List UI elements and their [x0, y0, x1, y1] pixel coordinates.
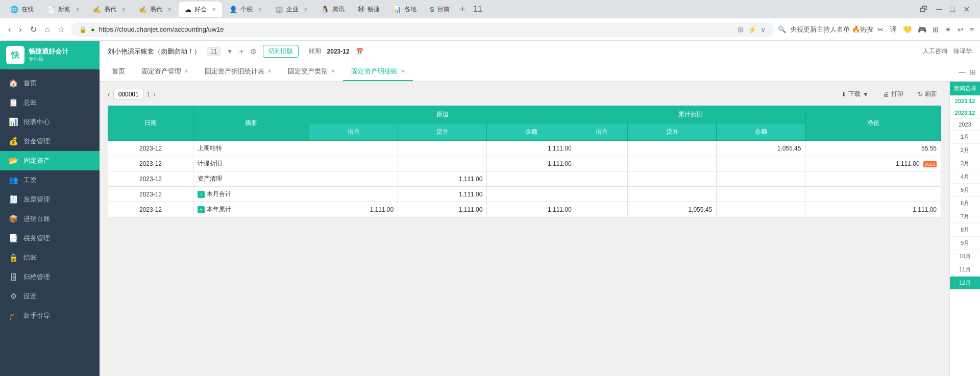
tab-expand-icon[interactable]: ⊞ — [970, 68, 976, 76]
sidebar-item-inventory[interactable]: 📦 进销台账 — [0, 209, 100, 229]
browser-tab-muqian[interactable]: S 目前 — [424, 2, 456, 17]
restore-window-button[interactable]: 🗗 — [920, 5, 928, 14]
add-account-button[interactable]: + — [239, 47, 243, 56]
search-box[interactable]: 🔍 央视更新主持人名单 🔥热搜 — [778, 25, 873, 34]
close-icon[interactable]: ✕ — [304, 7, 308, 12]
grid-icon[interactable]: ⊞ — [933, 26, 939, 34]
close-icon[interactable]: ✕ — [258, 7, 262, 12]
period-selected-end[interactable]: 2023.12 — [950, 107, 980, 119]
tab-close-icon[interactable]: ✕ — [184, 68, 188, 74]
sidebar-item-report[interactable]: 📊 报表中心 — [0, 112, 100, 132]
col-orig-debit: 借方 — [309, 123, 398, 141]
undo-icon[interactable]: ↩ — [958, 26, 964, 34]
tab-home[interactable]: 首页 — [104, 63, 133, 81]
dropdown-icon[interactable]: ▼ — [227, 48, 233, 55]
refresh-icon: ↻ — [918, 91, 923, 98]
url-input-box[interactable]: 🔒 ● https://cloud.chanjet.com/accounting… — [71, 22, 774, 37]
cell-orig-debit — [309, 156, 398, 171]
browser-tab-online[interactable]: 🌐 在线 — [4, 2, 40, 17]
period-item-year[interactable]: 2023 — [950, 119, 980, 131]
sidebar-item-archive[interactable]: 🗄 归档管理 — [0, 267, 100, 287]
sidebar-item-close[interactable]: 🔒 结账 — [0, 248, 100, 267]
sidebar-item-salary[interactable]: 👥 工资 — [0, 170, 100, 190]
browser-tab-tengxun[interactable]: 🐧 腾讯 — [315, 2, 351, 17]
browser-tab-new[interactable]: 📄 新账 ✕ — [41, 2, 86, 17]
period-item-apr[interactable]: 4月 — [950, 170, 980, 184]
period-item-dec[interactable]: 12月 — [950, 277, 980, 290]
tab-asset-detail-ledger[interactable]: 固定资产明细账 ✕ — [343, 63, 413, 81]
period-item-nov[interactable]: 11月 — [950, 263, 980, 277]
browser-tab-changjie[interactable]: Ⓜ 畅捷 — [352, 2, 386, 17]
next-page-button[interactable]: › — [153, 90, 156, 98]
period-item-jun[interactable]: 6月 — [950, 197, 980, 210]
minimize-button[interactable]: ─ — [936, 5, 942, 14]
period-item-oct[interactable]: 10月 — [950, 250, 980, 263]
close-icon[interactable]: ✕ — [167, 7, 172, 12]
sidebar-item-guide[interactable]: 🎓 新手引导 — [0, 306, 100, 325]
sidebar-label-home: 首页 — [23, 79, 37, 88]
close-window-button[interactable]: ✕ — [963, 5, 970, 14]
cell-dep-credit — [627, 141, 716, 156]
period-item-jan[interactable]: 1月 — [950, 131, 980, 144]
browser-tab-yidai2[interactable]: ✍ 易代 ✕ — [133, 2, 178, 17]
sidebar-item-home[interactable]: 🏠 首页 — [0, 73, 100, 93]
tab-fixed-asset-management[interactable]: 固定资产管理 ✕ — [133, 63, 197, 81]
prev-page-button[interactable]: ‹ — [108, 90, 110, 98]
tab-minimize-icon[interactable]: — — [959, 68, 966, 76]
col-orig-balance: 余额 — [487, 123, 576, 141]
period-item-feb[interactable]: 2月 — [950, 144, 980, 157]
print-button[interactable]: 🖨 打印 — [879, 88, 908, 101]
toolbar: ‹ 000001 1 › ⬇ 下载 ▼ 🖨 打印 — [108, 88, 941, 101]
period-item-may[interactable]: 5月 — [950, 184, 980, 197]
page-number-input[interactable]: 000001 — [113, 89, 144, 100]
browser-tab-gedi[interactable]: 📊 各地 — [387, 2, 423, 17]
browser-tab-yidai1[interactable]: ✍ 易代 ✕ — [87, 2, 132, 17]
period-item-sep[interactable]: 9月 — [950, 237, 980, 250]
sidebar-item-tax[interactable]: 📑 税务管理 — [0, 229, 100, 248]
tab-asset-category[interactable]: 固定资产类别 ✕ — [280, 63, 343, 81]
download-button[interactable]: ⬇ 下载 ▼ — [837, 88, 873, 101]
sidebar-item-fixed-assets[interactable]: 📂 固定资产 — [0, 151, 100, 170]
consult-button[interactable]: 人工咨询 — [923, 47, 947, 56]
menu-icon[interactable]: ≡ — [970, 26, 974, 34]
sidebar-item-funds[interactable]: 💰 资金管理 — [0, 132, 100, 151]
settings-account-button[interactable]: ⚙ — [250, 47, 257, 56]
browser-tab-haokuai[interactable]: ☁ 好会 ✕ — [179, 2, 222, 17]
bookmark-button[interactable]: ☆ — [56, 22, 67, 36]
user-button[interactable]: 徐译华 — [953, 47, 972, 56]
new-tab-button[interactable]: + — [457, 4, 469, 15]
game-icon[interactable]: 🎮 — [918, 26, 926, 34]
url-expand-icon[interactable]: ∨ — [761, 26, 766, 34]
url-dropdown-icon[interactable]: ⊞ — [738, 26, 744, 34]
home-button[interactable]: ⌂ — [43, 23, 52, 36]
period-item-mar[interactable]: 3月 — [950, 157, 980, 170]
period-item-aug[interactable]: 8月 — [950, 223, 980, 237]
sidebar-item-settings[interactable]: ⚙ 设置 — [0, 287, 100, 306]
maximize-button[interactable]: □ — [950, 5, 955, 14]
tab-close-icon[interactable]: ✕ — [331, 68, 335, 74]
calendar-icon[interactable]: 📅 — [356, 48, 363, 55]
browser-tab-qiye[interactable]: 🏢 企业 ✕ — [269, 2, 314, 17]
switch-version-button[interactable]: 切到旧版 — [263, 45, 299, 58]
browser-tab-geshui[interactable]: 👤 个税 ✕ — [223, 2, 268, 17]
close-icon[interactable]: ✕ — [121, 7, 126, 12]
tab-depreciation-stats[interactable]: 固定资产折旧统计表 ✕ — [197, 63, 280, 81]
theme-icon[interactable]: ☀ — [945, 26, 951, 34]
close-icon[interactable]: ✕ — [76, 7, 80, 12]
sidebar-item-invoice[interactable]: 🧾 发票管理 — [0, 190, 100, 209]
reload-button[interactable]: ↻ — [28, 22, 39, 36]
forward-button[interactable]: › — [17, 23, 23, 36]
scissors-icon[interactable]: ✂ — [877, 26, 884, 34]
cell-dep-credit — [627, 156, 716, 171]
translate-icon[interactable]: 译 — [890, 25, 897, 34]
tab-close-icon[interactable]: ✕ — [401, 68, 405, 74]
url-lightning-icon[interactable]: ⚡ — [748, 26, 756, 34]
close-icon[interactable]: ✕ — [212, 7, 216, 12]
tab-close-icon[interactable]: ✕ — [267, 68, 272, 74]
wallet-icon[interactable]: 💛 — [903, 26, 912, 34]
refresh-button[interactable]: ↻ 刷新 — [914, 88, 941, 101]
sidebar-item-ledger[interactable]: 📋 总账 — [0, 93, 100, 112]
back-button[interactable]: ‹ — [6, 23, 13, 36]
period-item-jul[interactable]: 7月 — [950, 210, 980, 223]
period-selected-start[interactable]: 2023.12 — [950, 95, 980, 107]
